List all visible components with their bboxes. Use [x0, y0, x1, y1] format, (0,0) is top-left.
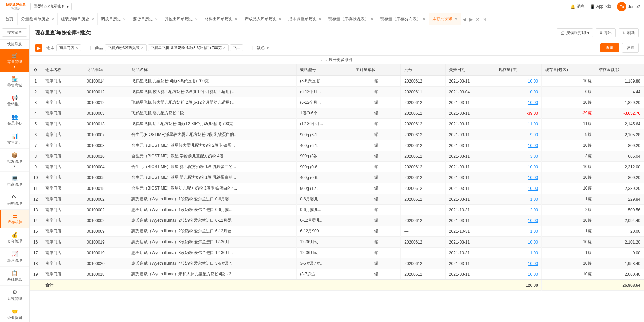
- row-unit: 罐: [352, 76, 400, 87]
- user-avatar-action[interactable]: Ea demo2: [617, 2, 640, 11]
- row-qty-main[interactable]: 10.00: [495, 140, 541, 151]
- tab-chengben[interactable]: 成本调整单历史 ✕: [285, 13, 325, 25]
- row-unit: 罐: [352, 237, 400, 248]
- row-qty-main[interactable]: 1.00: [495, 226, 541, 237]
- row-qty-main[interactable]: 2.00: [495, 205, 541, 215]
- close-icon[interactable]: ✕: [155, 17, 158, 21]
- row-qty-main[interactable]: 10.00: [495, 97, 541, 108]
- row-qty-main[interactable]: 10.00: [495, 237, 541, 248]
- arrow-icon: ▼: [13, 65, 16, 68]
- tab-zuhe[interactable]: 组装拆卸单历史 ✕: [58, 13, 98, 25]
- filter-expand-button[interactable]: ▶: [35, 44, 42, 52]
- row-qty-main[interactable]: 10.00: [495, 215, 541, 226]
- export-button[interactable]: ⬇ 导出: [596, 28, 616, 37]
- expand-more-button[interactable]: ⌄⌄ 展开更多条件: [321, 57, 353, 63]
- tag-remove-icon[interactable]: ✕: [223, 46, 226, 50]
- row-qty-main[interactable]: 9.00: [495, 129, 541, 140]
- tab-nav-next[interactable]: ▶: [468, 13, 474, 25]
- refresh-button[interactable]: ↻ 刷新: [619, 28, 639, 37]
- close-icon[interactable]: ✕: [235, 17, 237, 21]
- product-tag-2[interactable]: 飞鹤星飞帆 儿童奶粉 4段(3-6岁适用) 700克 ✕: [148, 44, 229, 51]
- row-amount: 2,312.00: [595, 162, 644, 172]
- setting-button[interactable]: 设置: [622, 43, 639, 53]
- template-print-button[interactable]: 🖨 按模板打印 ▾: [557, 28, 593, 37]
- tab-menu-btn[interactable]: ⊡: [481, 13, 488, 25]
- tab-kucun-pici[interactable]: 库存批次账 ✕: [429, 13, 461, 25]
- row-batch: 20200612: [401, 183, 445, 194]
- sidebar-item-system[interactable]: ⚙ 系统管理: [0, 286, 29, 305]
- app-label: App下载: [596, 4, 611, 9]
- sidebar-item-retail-shop[interactable]: 🏪 零售商城: [0, 72, 29, 91]
- row-qty-main[interactable]: 10.00: [495, 258, 541, 269]
- sidebar-item-purchase[interactable]: 🛍 采购管理: [0, 191, 29, 210]
- row-qty-main[interactable]: 11.00: [495, 119, 541, 129]
- tab-chanpin[interactable]: 产成品入库单历史 ✕: [241, 13, 285, 25]
- tab-kucun2[interactable]: 现存量（库存分布表）✕: [377, 13, 429, 25]
- close-icon[interactable]: ✕: [423, 17, 425, 21]
- message-action[interactable]: 🔔 消息: [570, 4, 585, 9]
- row-code: 00100002: [83, 194, 128, 205]
- row-qty-main[interactable]: 10.00: [495, 269, 541, 280]
- close-icon[interactable]: ✕: [371, 17, 373, 21]
- row-unit: 罐: [352, 269, 400, 280]
- row-qty-main[interactable]: 10.00: [495, 162, 541, 172]
- product-more-icon[interactable]: ...: [244, 46, 248, 50]
- tab-nav-prev[interactable]: ◀: [461, 13, 468, 25]
- col-batch: 批号: [401, 64, 445, 76]
- row-batch: 20200612: [401, 119, 445, 129]
- sidebar-item-retail-mgmt[interactable]: 🛒 零售管理 ▼: [0, 49, 29, 72]
- row-qty-main[interactable]: 0.00: [495, 87, 541, 97]
- close-icon[interactable]: ✕: [91, 17, 94, 21]
- sidebar-item-operations[interactable]: 📈 经营管理: [0, 248, 29, 267]
- product-tag-more[interactable]: 飞...: [230, 44, 243, 51]
- warehouse-tag-nanan[interactable]: 南岸门店 ✕: [56, 44, 81, 51]
- sidebar-item-inventory[interactable]: 🗃 库存核算: [0, 210, 29, 228]
- tab-kucun1[interactable]: 现存量（库存状况表）✕: [325, 13, 377, 25]
- warehouse-more[interactable]: ...: [83, 46, 86, 50]
- tag-remove-icon[interactable]: ✕: [75, 46, 78, 50]
- sidebar-item-wholesale[interactable]: 📦 批发管理 ▼: [0, 149, 29, 172]
- tab-cailiao[interactable]: 材料出库单历史 ✕: [201, 13, 241, 25]
- row-name: 合生元（BIOSTIME）派星 婴儿配方奶粉 1段 乳铁蛋白的...: [128, 172, 296, 183]
- sidebar-item-ecom[interactable]: 💻 电商管理: [0, 172, 29, 191]
- tab-close-btn[interactable]: ✕: [474, 13, 481, 25]
- sidebar-item-collab[interactable]: 🤝 企业协同: [0, 305, 29, 322]
- close-icon[interactable]: ✕: [454, 17, 457, 21]
- row-qty-main[interactable]: 10.00: [495, 172, 541, 183]
- row-qty-main[interactable]: 1.00: [495, 248, 541, 258]
- query-button[interactable]: 查询: [600, 43, 619, 52]
- row-qty-main[interactable]: 10.00: [495, 76, 541, 87]
- sidebar-item-marketing[interactable]: 📢 营销推广: [0, 91, 29, 110]
- sidebar-item-basic-info[interactable]: 📋 基础信息: [0, 267, 29, 286]
- sidebar-item-finance[interactable]: 💰 资金管理: [0, 228, 29, 248]
- row-code: 00100007: [83, 129, 128, 140]
- row-qty-main[interactable]: 3.00: [495, 151, 541, 162]
- tab-yaohuo[interactable]: 要货单历史 ✕: [129, 13, 161, 25]
- row-warehouse: 南岸门店: [42, 269, 83, 280]
- close-icon[interactable]: ✕: [123, 17, 126, 21]
- tab-fenpan[interactable]: 分量盘点单历史 ✕: [18, 13, 58, 25]
- close-icon[interactable]: ✕: [319, 17, 321, 21]
- col-settings[interactable]: ⚙: [30, 64, 42, 76]
- quick-nav-button[interactable]: 快捷导航: [0, 40, 29, 49]
- tab-tiaob[interactable]: 调拨单历史 ✕: [98, 13, 129, 25]
- close-icon[interactable]: ✕: [195, 17, 198, 21]
- sidebar-item-retail-stats[interactable]: 📊 零售统计: [0, 129, 29, 149]
- close-icon[interactable]: ✕: [51, 17, 54, 21]
- row-spec: 3-6岁及7岁...: [297, 258, 352, 269]
- search-menu-button[interactable]: 搜索菜单: [2, 28, 27, 37]
- row-qty-pkg: 10罐: [541, 258, 595, 269]
- row-batch: —: [401, 226, 445, 237]
- tab-qitachu[interactable]: 其他出库单历史 ✕: [161, 13, 201, 25]
- app-download-action[interactable]: 📱 App下载: [590, 4, 611, 9]
- industry-selector[interactable]: 母婴行业演示账套 ▾: [30, 3, 72, 10]
- row-qty-main[interactable]: -39.00: [495, 108, 541, 119]
- product-tag-1[interactable]: 飞鹤奶粉3段两提装 ✕: [105, 44, 147, 51]
- row-qty-main[interactable]: 10.00: [495, 183, 541, 194]
- tab-home[interactable]: 首页: [1, 13, 18, 25]
- sidebar-item-member[interactable]: 👥 会员中心: [0, 110, 29, 129]
- row-amount: 809.20: [595, 140, 644, 151]
- close-icon[interactable]: ✕: [279, 17, 281, 21]
- tag-remove-icon[interactable]: ✕: [141, 46, 144, 50]
- row-qty-main[interactable]: 1.00: [495, 194, 541, 205]
